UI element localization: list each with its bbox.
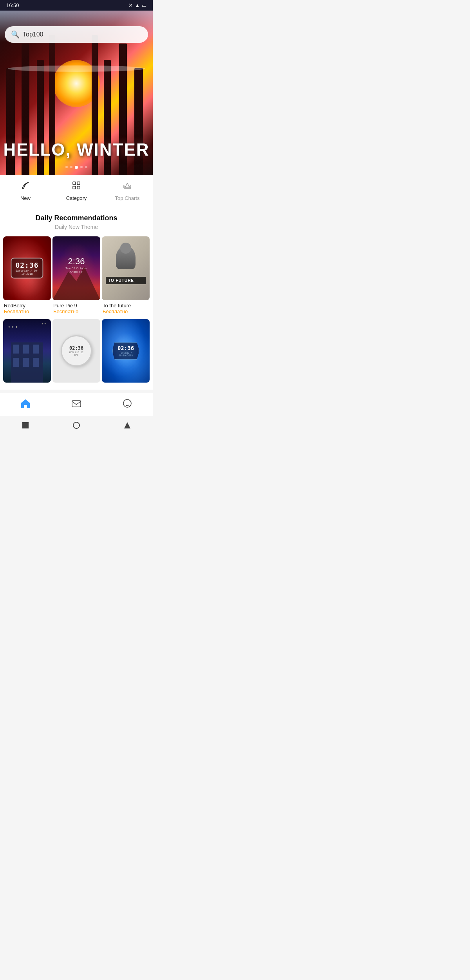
theme-card-future[interactable]: TO FUTURE To the future Бесплатно [102, 236, 150, 318]
svg-marker-17 [124, 422, 130, 428]
status-time: 16:50 [6, 2, 19, 8]
theme-thumb-circular: 02:36 ΠΟΠ 010 220°C [52, 319, 100, 383]
theme-card-redberry[interactable]: 02:36 Saturday / 20-10-2018 RedBerry Бес… [3, 236, 51, 318]
sys-back-button[interactable] [21, 421, 30, 430]
sys-recents-button[interactable] [123, 421, 132, 430]
bottom-nav-home[interactable] [20, 398, 31, 412]
theme-price-future: Бесплатно [102, 309, 150, 318]
leaf-icon [20, 180, 31, 194]
hero-dot-4[interactable] [80, 166, 83, 168]
hero-dot-2[interactable] [70, 166, 72, 168]
bottom-nav [0, 393, 153, 416]
search-bar[interactable]: 🔍 [5, 26, 148, 43]
theme-price-redberry: Бесплатно [3, 309, 51, 318]
clock-redberry-date: Saturday / 20-10-2018 [15, 269, 38, 276]
theme-thumb-future: TO FUTURE [102, 236, 150, 300]
svg-rect-3 [77, 186, 80, 189]
hero-dot-5[interactable] [85, 166, 87, 168]
tab-new-label: New [20, 195, 31, 201]
svg-rect-13 [72, 401, 81, 407]
svg-rect-11 [23, 358, 29, 367]
grid-icon [71, 180, 82, 194]
tab-topcharts[interactable]: Top Charts [102, 180, 153, 201]
theme-card-circular[interactable]: 02:36 ΠΟΠ 010 220°C [52, 319, 100, 388]
crown-icon [122, 180, 133, 194]
search-icon: 🔍 [11, 30, 20, 39]
clock-purepie-time: 2:36 [65, 256, 87, 267]
clock-redberry-time: 02:36 [15, 261, 38, 269]
svg-rect-0 [73, 182, 76, 185]
banner-wrapper: 🔍 HELLO, WINTER [0, 11, 153, 175]
daily-section: Daily Recommendations Daily New Theme 02… [0, 206, 153, 390]
theme-name-future: To the future [102, 303, 150, 309]
clock-redberry: 02:36 Saturday / 20-10-2018 [11, 258, 43, 279]
theme-name-redberry: RedBerry [3, 303, 51, 309]
section-subtitle: Daily New Theme [0, 224, 153, 236]
future-label: TO FUTURE [106, 277, 146, 284]
clock-blueglitter-date: Tuesday / 09-10-2018 [118, 351, 134, 357]
tab-new[interactable]: New [0, 180, 51, 201]
clock-blueglitter: 02:36 Tuesday / 09-10-2018 [112, 342, 139, 360]
theme-price-building [3, 385, 51, 388]
svg-rect-15 [22, 422, 29, 428]
theme-card-purepie[interactable]: 2:36 Tue 09 October Android P Pure Pie 9… [52, 236, 100, 318]
hero-title: HELLO, WINTER [3, 140, 149, 160]
svg-rect-8 [23, 345, 29, 354]
hero-dot-1[interactable] [65, 166, 68, 168]
theme-price-circular [52, 385, 100, 388]
circular-clock-time: 02:36 [69, 345, 83, 351]
status-icons: ✕ ▲ ▭ [128, 2, 146, 8]
svg-rect-12 [33, 358, 39, 367]
theme-grid: 02:36 Saturday / 20-10-2018 RedBerry Бес… [0, 236, 153, 388]
theme-thumb-purepie: 2:36 Tue 09 October Android P [52, 236, 100, 300]
svg-rect-10 [13, 358, 19, 367]
theme-card-blueglitter[interactable]: 02:36 Tuesday / 09-10-2018 [102, 319, 150, 388]
theme-thumb-building: ✦ ✦ ✦ ✦ ✦ [3, 319, 51, 383]
clock-purepie-date: Tue 09 October [65, 267, 87, 270]
bottom-nav-mail[interactable] [71, 398, 82, 412]
clock-blueglitter-time: 02:36 [118, 345, 134, 351]
battery-icon: ▭ [142, 2, 146, 8]
svg-rect-7 [13, 345, 19, 354]
system-nav [0, 416, 153, 433]
sys-home-button[interactable] [72, 421, 81, 430]
wifi-icon: ▲ [135, 2, 140, 8]
theme-thumb-redberry: 02:36 Saturday / 20-10-2018 [3, 236, 51, 300]
tab-category-label: Category [66, 195, 87, 201]
svg-rect-2 [73, 186, 76, 189]
status-bar: 16:50 ✕ ▲ ▭ [0, 0, 153, 11]
circular-clock-info: ΠΟΠ 010 220°C [69, 351, 83, 356]
signal-icon: ✕ [128, 2, 133, 8]
theme-card-building[interactable]: ✦ ✦ ✦ ✦ ✦ [3, 319, 51, 388]
svg-rect-9 [33, 345, 39, 354]
hero-dots [65, 166, 87, 169]
clock-purepie-android: Android P [65, 270, 87, 274]
theme-price-blueglitter [102, 385, 150, 388]
clock-purepie: 2:36 Tue 09 October Android P [65, 256, 87, 274]
svg-rect-1 [77, 182, 80, 185]
theme-thumb-blueglitter: 02:36 Tuesday / 09-10-2018 [102, 319, 150, 383]
circular-clock: 02:36 ΠΟΠ 010 220°C [61, 335, 92, 367]
section-title: Daily Recommendations [0, 206, 153, 224]
theme-name-purepie: Pure Pie 9 [52, 303, 100, 309]
theme-price-purepie: Бесплатно [52, 309, 100, 318]
tab-topcharts-label: Top Charts [115, 195, 140, 201]
svg-point-14 [123, 399, 131, 407]
tab-category[interactable]: Category [51, 180, 102, 201]
nav-tabs: New Category Top Charts [0, 175, 153, 206]
bottom-nav-face[interactable] [122, 398, 133, 412]
hero-dot-3[interactable] [75, 166, 78, 169]
svg-point-16 [73, 422, 80, 428]
search-input[interactable] [23, 31, 142, 38]
